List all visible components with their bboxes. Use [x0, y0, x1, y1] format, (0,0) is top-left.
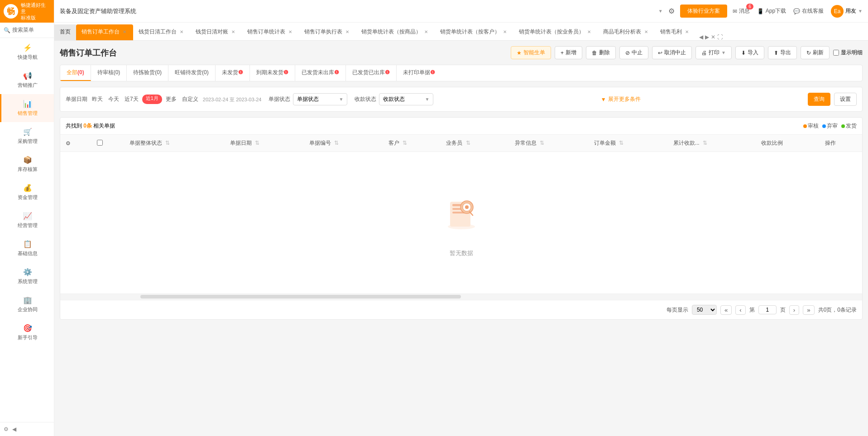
search-menu[interactable]: 🔍 搜索菜单 — [0, 23, 54, 38]
tab-next-icon[interactable]: ▶ — [705, 34, 709, 40]
sidebar-item-sales[interactable]: 📊 销售管理 — [0, 94, 54, 122]
page-next-button[interactable]: › — [789, 305, 799, 315]
tab-fullscreen-icon[interactable]: ⛶ — [717, 34, 723, 40]
tab-margin[interactable]: 商品毛利分析表 ✕ — [598, 24, 655, 40]
show-detail-checkbox-label[interactable]: 显示明细 — [833, 49, 863, 57]
page-last-button[interactable]: » — [803, 305, 814, 315]
user-menu[interactable]: Ea 用友 ▼ — [831, 5, 863, 18]
sort-status-icon[interactable]: ⇅ — [165, 140, 170, 146]
subtab-not-shipped[interactable]: 未发货❶ — [216, 65, 250, 81]
sidebar-item-finance[interactable]: 💰 资金管理 — [0, 178, 54, 206]
ship-button[interactable]: 发货 — [841, 122, 857, 130]
sort-number-icon[interactable]: ⇅ — [334, 140, 339, 146]
sidebar-item-guide[interactable]: 🎯 新手引导 — [0, 318, 54, 346]
tab-summary-customer[interactable]: 销货单统计表（按客户） ✕ — [435, 24, 513, 40]
export-button[interactable]: ⬆ 导出 — [768, 46, 797, 59]
print-button[interactable]: 🖨 打印 ▼ — [695, 46, 732, 59]
horizontal-scrollbar[interactable] — [60, 294, 862, 300]
subtab-shipped-not-warehoused[interactable]: 已发货未出库❶ — [295, 65, 346, 81]
tab-home[interactable]: 首页 — [54, 24, 76, 40]
expand-filter-button[interactable]: ▼ 展开更多条件 — [601, 95, 641, 103]
tab-close-sales-exec[interactable]: ✕ — [344, 29, 350, 35]
scrollbar-thumb[interactable] — [140, 295, 461, 299]
app-download-button[interactable]: 📱 App下载 — [757, 7, 786, 15]
subtab-all[interactable]: 全部(0) — [60, 65, 91, 81]
settings-icon[interactable]: ⚙ — [4, 426, 9, 432]
sidebar-item-inventory[interactable]: 📦 库存核算 — [0, 150, 54, 178]
tab-sales-profit[interactable]: 销售毛利 ✕ — [655, 24, 695, 40]
smart-order-button[interactable]: ★ 智能生单 — [511, 46, 551, 59]
tab-cash-daily[interactable]: 钱货日清工作台 ✕ — [133, 24, 190, 40]
add-button[interactable]: + 新增 — [555, 46, 582, 59]
stop-button[interactable]: ⊘ 中止 — [619, 46, 648, 59]
tab-summary-product[interactable]: 销货单统计表（按商品） ✕ — [356, 24, 435, 40]
show-detail-checkbox[interactable] — [833, 50, 839, 56]
page-prev-button[interactable]: ‹ — [735, 305, 745, 315]
gear-settings-icon[interactable]: ⚙ — [668, 7, 675, 15]
industry-solution-button[interactable]: 体验行业方案 — [680, 5, 727, 18]
import-button[interactable]: ⬇ 导入 — [735, 46, 764, 59]
tab-close-cash-reconcile[interactable]: ✕ — [230, 29, 236, 35]
page-input[interactable] — [758, 305, 777, 314]
tab-close-summary-product[interactable]: ✕ — [423, 29, 429, 35]
collapse-icon[interactable]: ◀ — [12, 426, 16, 432]
sort-amount-icon[interactable]: ⇅ — [619, 140, 623, 146]
sidebar-item-label: 系统管理 — [18, 278, 38, 285]
per-page-select[interactable]: 20 50 100 200 — [692, 305, 717, 315]
sidebar-item-system[interactable]: ⚙️ 系统管理 — [0, 262, 54, 290]
subtab-pending-review[interactable]: 待审核(0) — [91, 65, 127, 81]
message-button[interactable]: ✉ 消息 6 — [733, 7, 750, 15]
payment-select[interactable]: 收款状态 ▼ — [379, 93, 433, 105]
review-button[interactable]: 审核 — [803, 122, 819, 130]
subtab-wangpu[interactable]: 旺铺待发货(0) — [168, 65, 216, 81]
tab-sales-order[interactable]: 销售订单工作台 ✕ — [76, 24, 133, 40]
select-all-checkbox[interactable] — [97, 140, 103, 146]
date-opt-yesterday[interactable]: 昨天 — [90, 95, 105, 104]
sort-staff-icon[interactable]: ⇅ — [466, 140, 470, 146]
tab-sales-exec[interactable]: 销售订单执行表 ✕ — [299, 24, 356, 40]
tab-sales-stat[interactable]: 销售订单统计表 ✕ — [242, 24, 299, 40]
tab-prev-icon[interactable]: ◀ — [699, 34, 703, 40]
tab-close-summary-customer[interactable]: ✕ — [502, 29, 508, 35]
tab-close-all-icon[interactable]: ✕ — [711, 34, 715, 40]
tab-close-cash-daily[interactable]: ✕ — [178, 29, 185, 35]
col-checkbox[interactable] — [91, 135, 124, 152]
query-button[interactable]: 查询 — [808, 93, 830, 106]
date-opt-7days[interactable]: 近7天 — [123, 95, 140, 104]
online-service-button[interactable]: 💬 在线客服 — [793, 7, 824, 15]
subtab-pending-inspection[interactable]: 待拣验货(0) — [127, 65, 168, 81]
tab-summary-staff[interactable]: 销货单统计表（按业务员） ✕ — [513, 24, 598, 40]
tab-close-summary-staff[interactable]: ✕ — [586, 29, 592, 35]
sort-received-icon[interactable]: ⇅ — [703, 140, 707, 146]
sidebar-item-basic-info[interactable]: 📋 基础信息 — [0, 234, 54, 262]
sort-date-icon[interactable]: ⇅ — [255, 140, 259, 146]
refresh-button[interactable]: ↻ 刷新 — [801, 46, 830, 59]
sidebar-item-operations[interactable]: 📈 经营管理 — [0, 206, 54, 234]
col-settings[interactable]: ⚙ — [60, 135, 91, 152]
cancel-review-button[interactable]: 弃审 — [822, 122, 838, 130]
date-opt-custom[interactable]: 自定义 — [180, 95, 200, 104]
tab-close-sales-order[interactable]: ✕ — [121, 29, 128, 35]
page-first-button[interactable]: « — [720, 305, 732, 315]
date-opt-1month[interactable]: 近1月 — [142, 95, 162, 104]
date-opt-more[interactable]: 更多 — [164, 95, 178, 104]
cancel-stop-button[interactable]: ↩ 取消中止 — [652, 46, 692, 59]
sort-customer-icon[interactable]: ⇅ — [403, 140, 407, 146]
tab-cash-reconcile[interactable]: 钱货日清对账 ✕ — [190, 24, 242, 40]
subtab-not-printed[interactable]: 未打印单据❶ — [397, 65, 441, 81]
tab-close-margin[interactable]: ✕ — [643, 29, 649, 35]
sidebar-item-quick-nav[interactable]: ⚡ 快捷导航 — [0, 38, 54, 66]
date-opt-today[interactable]: 今天 — [106, 95, 121, 104]
status-select[interactable]: 单据状态 ▼ — [293, 93, 347, 105]
subtab-shipped-warehoused[interactable]: 已发货已出库❶ — [346, 65, 397, 81]
subtab-overdue-not-shipped[interactable]: 到期未发货❶ — [250, 65, 295, 81]
sidebar-item-purchase[interactable]: 🛒 采购管理 — [0, 122, 54, 150]
sort-error-icon[interactable]: ⇅ — [540, 140, 544, 146]
tab-close-sales-stat[interactable]: ✕ — [287, 29, 293, 35]
settings-filter-button[interactable]: 设置 — [834, 93, 857, 106]
sidebar-item-marketing[interactable]: 📢 营销推广 — [0, 66, 54, 94]
sidebar-item-enterprise[interactable]: 🏢 企业协同 — [0, 290, 54, 318]
tab-close-sales-profit[interactable]: ✕ — [684, 29, 690, 35]
chevron-down-icon[interactable]: ▼ — [658, 9, 663, 14]
delete-button[interactable]: 🗑 删除 — [586, 46, 616, 59]
